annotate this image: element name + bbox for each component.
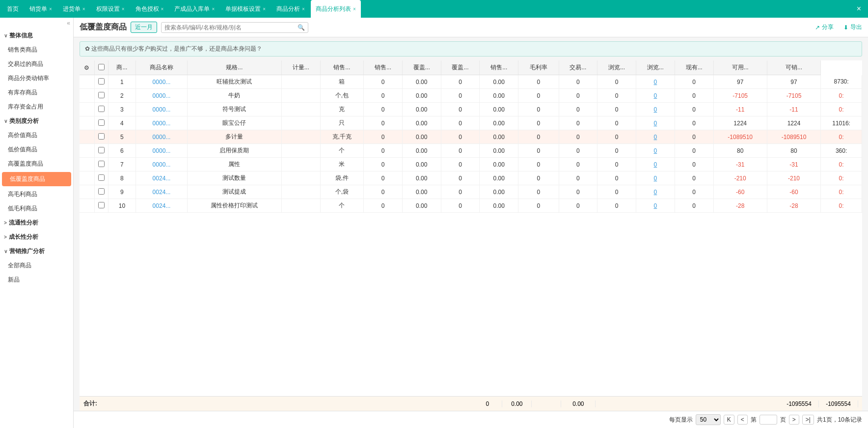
nav-item-warehouse[interactable]: 产成品入库单 × — [169, 0, 219, 18]
sidebar-item-capital[interactable]: 库存资金占用 — [0, 100, 73, 114]
sidebar-item-high-margin[interactable]: 高毛利商品 — [0, 187, 73, 201]
col-checkbox[interactable] — [94, 60, 108, 75]
cell-checkbox[interactable] — [94, 75, 108, 89]
sidebar-section-liquidity[interactable]: > 流通性分析 — [0, 216, 73, 230]
col-gross: 毛利率 — [518, 60, 559, 75]
row-checkbox[interactable] — [98, 119, 105, 126]
page-label: 第 — [751, 416, 757, 424]
select-all-checkbox[interactable] — [98, 64, 105, 70]
first-page-btn[interactable]: K — [724, 415, 734, 425]
cell-name: 测试数量 — [187, 171, 281, 185]
sidebar-item-low-margin[interactable]: 低毛利商品 — [0, 201, 73, 216]
row-checkbox[interactable] — [98, 78, 105, 85]
cell-view1[interactable]: 0 — [636, 199, 675, 213]
cell-settings — [80, 158, 94, 171]
row-checkbox[interactable] — [98, 188, 105, 195]
sidebar-item-low-coverage[interactable]: 低覆盖度商品 — [2, 172, 71, 186]
row-checkbox[interactable] — [98, 106, 105, 112]
cell-checkbox[interactable] — [94, 130, 108, 144]
nav-close-permission[interactable]: × — [122, 6, 125, 12]
sidebar-section-marketing[interactable]: ∨ 营销推广分析 — [0, 244, 73, 258]
row-checkbox[interactable] — [98, 133, 105, 140]
page-size-label: 每页显示 — [669, 416, 693, 424]
sidebar-item-high-value[interactable]: 高价值商品 — [0, 128, 73, 143]
nav-close-template[interactable]: × — [263, 6, 266, 12]
nav-item-analysis-list[interactable]: 商品分析列表 × — [311, 0, 361, 18]
nav-close-analysis-list[interactable]: × — [353, 6, 356, 12]
nav-close-role[interactable]: × — [161, 6, 164, 12]
sidebar-section-growth[interactable]: > 成长性分析 — [0, 230, 73, 244]
cell-view1[interactable]: 0 — [636, 89, 675, 103]
cell-checkbox[interactable] — [94, 144, 108, 158]
sidebar-section-overall[interactable]: ∨ 整体信息 — [0, 29, 73, 43]
row-checkbox[interactable] — [98, 174, 105, 181]
cell-checkbox[interactable] — [94, 116, 108, 130]
row-checkbox[interactable] — [98, 161, 105, 167]
prev-page-btn[interactable]: < — [737, 415, 748, 425]
cell-spec — [281, 116, 320, 130]
window-close-button[interactable]: × — [852, 4, 866, 13]
nav-item-role[interactable]: 角色授权 × — [131, 0, 169, 18]
share-btn[interactable]: ↗ 分享 — [815, 23, 834, 31]
table-row: 5 0000... 多计量 克,千克 0 0.00 0 0.00 0 0 0 0… — [80, 130, 862, 144]
cell-checkbox[interactable] — [94, 185, 108, 199]
cell-view1[interactable]: 0 — [636, 158, 675, 171]
nav-item-template[interactable]: 单据模板设置 × — [220, 0, 271, 18]
cell-checkbox[interactable] — [94, 171, 108, 185]
nav-close-purchase[interactable]: × — [82, 6, 85, 12]
nav-close-sales[interactable]: × — [49, 6, 52, 12]
sidebar-section-category[interactable]: ∨ 类别度分析 — [0, 114, 73, 128]
cell-view1[interactable]: 0 — [636, 103, 675, 116]
cell-view1[interactable]: 0 — [636, 75, 675, 89]
cell-checkbox[interactable] — [94, 89, 108, 103]
cell-stock2: -210 — [767, 171, 820, 185]
col-cover1: 覆盖... — [402, 60, 441, 75]
cell-checkbox[interactable] — [94, 199, 108, 213]
cell-view1[interactable]: 0 — [636, 185, 675, 199]
cell-settings — [80, 130, 94, 144]
nav-close-analysis[interactable]: × — [302, 6, 305, 12]
sidebar-item-all-products[interactable]: 全部商品 — [0, 258, 73, 273]
page-number-input[interactable]: 1 — [760, 415, 777, 425]
cell-name: 多计量 — [187, 130, 281, 144]
sidebar-item-high-coverage[interactable]: 高覆盖度商品 — [0, 157, 73, 171]
search-input[interactable] — [164, 24, 296, 31]
cell-checkbox[interactable] — [94, 158, 108, 171]
cell-view1[interactable]: 0 — [636, 144, 675, 158]
export-btn[interactable]: ⬇ 导出 — [843, 23, 862, 31]
nav-item-home[interactable]: 首页 — [2, 0, 24, 18]
cell-sales3: 0 — [518, 185, 559, 199]
row-checkbox[interactable] — [98, 92, 105, 98]
nav-item-permission[interactable]: 权限设置 × — [91, 0, 130, 18]
cell-cover1: 0 — [441, 75, 480, 89]
col-settings[interactable]: ⚙ — [80, 60, 94, 75]
sidebar-collapse-btn[interactable]: « — [0, 18, 73, 29]
cell-checkbox[interactable] — [94, 103, 108, 116]
next-page-btn[interactable]: > — [789, 415, 799, 425]
nav-close-warehouse[interactable]: × — [212, 6, 215, 12]
nav-item-purchase[interactable]: 进货单 × — [58, 0, 90, 18]
sidebar-item-category-rate[interactable]: 商品分类动销率 — [0, 71, 73, 86]
sidebar-item-traded[interactable]: 交易过的商品 — [0, 57, 73, 71]
nav-item-sales[interactable]: 销货单 × — [25, 0, 57, 18]
row-checkbox[interactable] — [98, 202, 105, 208]
cell-view1[interactable]: 0 — [636, 130, 675, 144]
table-row: 9 0024... 测试提成 个,袋 0 0.00 0 0.00 0 0 0 0… — [80, 185, 862, 199]
cell-stock1: 97 — [713, 75, 767, 89]
cell-sales3: 0 — [518, 199, 559, 213]
cell-trade: 0 — [597, 75, 636, 89]
sidebar-item-low-value[interactable]: 低价值商品 — [0, 143, 73, 157]
sidebar-item-instock[interactable]: 有库存商品 — [0, 86, 73, 100]
page-size-select[interactable]: 50 20 100 — [696, 414, 721, 425]
last-page-btn[interactable]: >| — [802, 415, 814, 425]
row-checkbox[interactable] — [98, 147, 105, 153]
cell-view1[interactable]: 0 — [636, 116, 675, 130]
search-icon[interactable]: 🔍 — [298, 24, 305, 31]
cell-stock3: 0: — [821, 199, 862, 213]
time-filter-btn[interactable]: 近一月 — [131, 22, 157, 33]
nav-item-analysis[interactable]: 商品分析 × — [271, 0, 310, 18]
cell-spec — [281, 171, 320, 185]
sidebar-item-new-products[interactable]: 新品 — [0, 273, 73, 287]
sidebar-item-sales-products[interactable]: 销售类商品 — [0, 43, 73, 57]
cell-view1[interactable]: 0 — [636, 171, 675, 185]
